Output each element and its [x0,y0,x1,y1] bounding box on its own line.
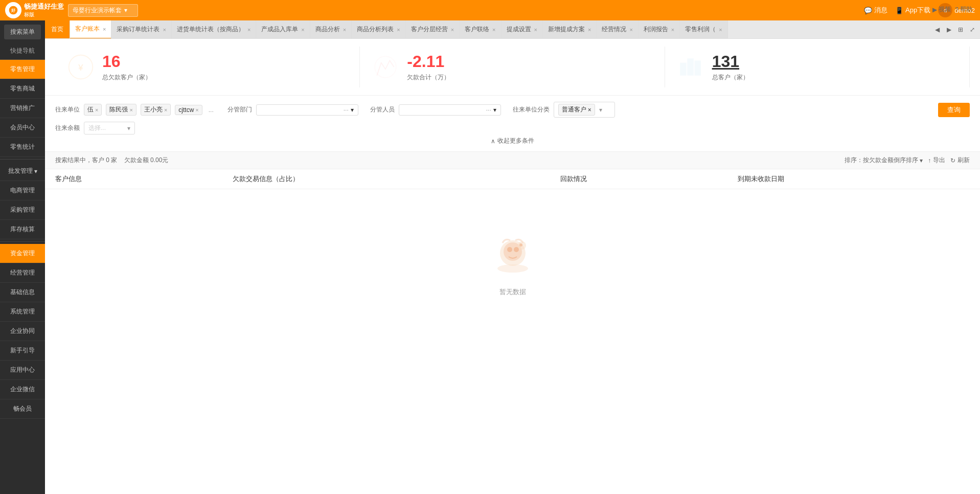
tab-promotion-settings[interactable]: 提成设置 × [502,20,543,39]
tab-customer-tier[interactable]: 客户分层经营 × [406,20,460,39]
sidebar-item-retail-stats[interactable]: 零售统计 [0,138,45,157]
tab-close-profit[interactable]: × [671,27,674,33]
tab-close-new-plan[interactable]: × [588,27,591,33]
sidebar-item-operations[interactable]: 经营管理 [0,263,45,283]
branch-dept-select[interactable]: ··· ▾ [256,104,358,116]
tab-purchase-order[interactable]: 采购订单统计表 × [111,20,171,39]
tab-profit[interactable]: 利润报告 × [639,20,680,39]
logo-subtitle: 标版 [24,11,64,18]
tab-next-button[interactable]: ▶ [944,25,954,35]
tab-close-operations[interactable]: × [629,27,632,33]
sidebar-search-button[interactable]: 搜索菜单 [4,25,41,39]
filter-tag-wu: 伍 × [84,104,102,116]
search-result-text: 搜索结果中，客户 0 家 欠款金额 0.00元 [55,156,168,165]
sidebar-item-wholesale[interactable]: 批发管理 ▾ [0,162,45,181]
table-header: 客户信息 欠款交易信息（占比） 回款情况 到期未收款日期 [45,169,980,189]
sort-selector[interactable]: 排序：按欠款金额倒序排序 ▾ [845,156,923,165]
tab-close-customer-contact[interactable]: × [492,27,495,33]
svg-rect-5 [680,63,687,76]
tab-label: 零售利润（ [685,25,716,34]
remove-tag-wang[interactable]: × [164,107,167,113]
sidebar-item-enterprise[interactable]: 企业协同 [0,322,45,341]
tab-retail-profit[interactable]: 零售利润（ × [680,20,727,39]
unit-classify-select[interactable]: 普通客户 × ▾ [554,102,615,118]
svg-rect-6 [687,58,694,75]
remove-classify-tag[interactable]: × [588,106,591,114]
sidebar-item-basic-info[interactable]: 基础信息 [0,283,45,302]
app-download-btn[interactable]: 📱 App下载 [895,6,930,15]
industry-selector[interactable]: 母婴行业演示帐套 ▾ [68,4,138,17]
tab-label: 客户账本 [75,25,100,33]
empty-cell: 暂无数据 [45,189,980,338]
tab-close-purchase-order[interactable]: × [163,27,166,33]
remove-tag-cjttcw[interactable]: × [195,107,198,113]
tab-close-product-receipt[interactable]: × [301,27,304,33]
tab-stock-stats[interactable]: 进货单统计表（按商品） × [172,20,256,39]
sidebar-item-capital[interactable]: 资金管理 [0,244,45,263]
debit-customers-value: 16 [102,52,151,71]
table-header-row: 客户信息 欠款交易信息（占比） 回款情况 到期未收款日期 [45,169,980,189]
remaining-amount-select[interactable]: 选择... ▾ [84,122,135,134]
dropdown-arrow-icon2: ▾ [493,106,496,114]
sidebar-item-app-center[interactable]: 应用中心 [0,361,45,380]
refresh-button[interactable]: ↻ 刷新 [950,156,970,165]
sidebar-item-system[interactable]: 系统管理 [0,302,45,322]
tab-label: 提成设置 [507,25,531,34]
page-content: ¥ 16 总欠款客户（家） [45,39,980,494]
tab-close-promotion-settings[interactable]: × [534,27,537,33]
sort-arrow-icon: ▾ [920,157,923,164]
filter-row-2: 往来余额 选择... ▾ [55,122,970,134]
sidebar-item-inventory[interactable]: 库存核算 [0,220,45,239]
query-button[interactable]: 查询 [938,103,970,117]
tab-product-list[interactable]: 商品分析列表 × [352,20,405,39]
sidebar-item-purchase[interactable]: 采购管理 [0,200,45,220]
tab-close-customer-tier[interactable]: × [451,27,454,33]
empty-row: 暂无数据 [45,189,980,338]
tag-text-chen: 陈民强 [109,105,128,114]
tab-customer-contact[interactable]: 客户联络 × [460,20,501,39]
tab-product-analysis[interactable]: 商品分析 × [310,20,352,39]
empty-icon [487,230,538,281]
sidebar-item-newbie[interactable]: 新手引导 [0,341,45,361]
tag-text-wang: 王小亮 [144,105,163,114]
sidebar: 搜索菜单 快捷导航 零售管理 零售商城 营销推广 会员中心 零售统计 批发管理 … [0,20,45,494]
tab-prev-button[interactable]: ◀ [932,25,942,35]
sidebar-item-super-member[interactable]: 畅会员 [0,399,45,419]
content-area: 首页 客户账本 × 采购订单统计表 × 进货单统计表（按商品） × 产成品入库单… [45,20,980,494]
remove-tag-wu[interactable]: × [95,107,98,113]
sidebar-item-wechat[interactable]: 企业微信 [0,380,45,399]
branch-person-select[interactable]: ··· ▾ [399,104,501,116]
tab-operations[interactable]: 经营情况 × [597,20,638,39]
tab-fullscreen-button[interactable]: ⤢ [967,25,977,35]
svg-point-14 [519,243,522,246]
logo-svg: 好 [8,5,18,15]
sidebar-item-label: 企业微信 [10,386,35,393]
tab-product-receipt[interactable]: 产成品入库单 × [256,20,310,39]
sidebar-quick-nav[interactable]: 快捷导航 [0,43,45,60]
sidebar-item-ecommerce[interactable]: 电商管理 [0,181,45,200]
tab-close-stock-stats[interactable]: × [247,27,250,33]
tab-customer-account[interactable]: 客户账本 × [70,20,111,39]
tab-close-product-list[interactable]: × [397,27,400,33]
svg-point-11 [507,247,512,252]
industry-selector-text: 母婴行业演示帐套 [73,6,122,15]
tab-home[interactable]: 首页 [45,20,70,39]
tab-close-customer-account[interactable]: × [103,26,106,32]
debit-amount-label: 欠款合计（万） [407,73,450,82]
tab-expand-button[interactable]: ⊞ [955,25,966,35]
sidebar-item-retail-mgmt[interactable]: 零售管理 [0,60,45,79]
sidebar-item-member[interactable]: 会员中心 [0,118,45,138]
sidebar-item-marketing[interactable]: 营销推广 [0,99,45,118]
more-tags-btn[interactable]: ... [207,105,216,115]
table-body: 暂无数据 [45,189,980,338]
export-button[interactable]: ↑ 导出 [928,156,945,165]
sidebar-item-retail-mall[interactable]: 零售商城 [0,79,45,99]
tab-close-product-analysis[interactable]: × [343,27,346,33]
remove-tag-chen[interactable]: × [129,107,132,113]
tab-new-plan[interactable]: 新增提成方案 × [543,20,597,39]
svg-text:¥: ¥ [78,63,83,73]
message-btn[interactable]: 💬 消息 [864,6,887,15]
tab-close-retail-profit[interactable]: × [719,27,722,33]
empty-label: 暂无数据 [499,287,526,297]
collapse-button[interactable]: ∧ 收起更多条件 [55,137,970,145]
